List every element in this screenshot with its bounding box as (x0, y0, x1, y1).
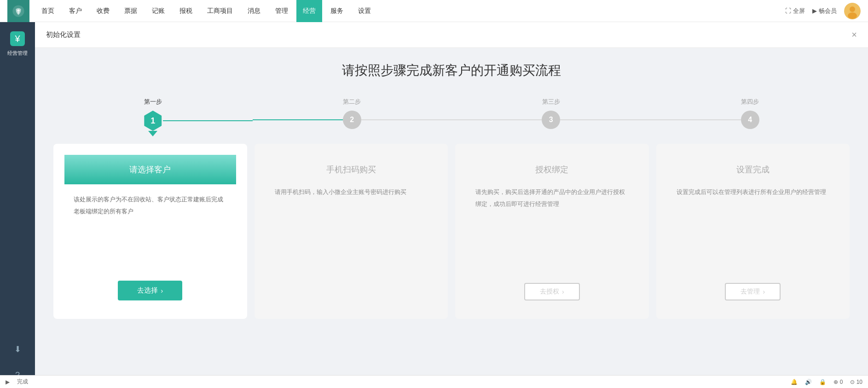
step-2-wrapper: 第二步 2 (253, 98, 452, 129)
nav-account[interactable]: 记账 (145, 0, 171, 22)
card-3-body: 请先购买，购买后选择开通的产品中的企业用户进行授权绑定，成功后即可进行经营管理 (466, 182, 638, 276)
card-3-footer: 去授权 › (466, 276, 638, 308)
page-header: 初始化设置 × (35, 22, 868, 48)
user-avatar[interactable] (844, 3, 861, 19)
step-1-circle: 1 (143, 111, 163, 131)
card-4-header: 设置完成 (667, 155, 839, 182)
status-label: 完成 (17, 378, 28, 386)
card-3-btn-arrow: › (562, 288, 564, 295)
vip-btn[interactable]: ▶ 畅会员 (812, 7, 837, 15)
card-4-btn[interactable]: 去管理 › (725, 283, 781, 300)
step-4-circle: 4 (741, 111, 759, 129)
download-icon: ⬇ (10, 342, 25, 357)
step-3-circle-row: 3 (451, 111, 651, 129)
card-1-btn-arrow: › (161, 287, 163, 294)
vip-label: 畅会员 (819, 7, 837, 15)
card-4-title: 设置完成 (736, 165, 770, 174)
nav-home[interactable]: 首页 (35, 0, 61, 22)
operation-icon: ¥ (10, 31, 25, 46)
fullscreen-btn[interactable]: ⛶ 全屏 (785, 7, 805, 15)
card-1-footer: 去选择 › (64, 273, 236, 308)
lock-icon: 🔒 (819, 379, 826, 385)
close-button[interactable]: × (851, 29, 857, 40)
step-1-circle-row: 1 (53, 111, 253, 131)
fullscreen-icon: ⛶ (785, 7, 791, 14)
content-area: 请按照步骤完成新客户的开通购买流程 第一步 1 (35, 48, 868, 333)
step-1-pointer (148, 131, 157, 136)
count-10: ⊙ 10 (850, 379, 862, 385)
card-3-title: 授权绑定 (535, 165, 568, 174)
card-2-title: 手机扫码购买 (326, 165, 376, 174)
logo (7, 0, 29, 22)
card-2-header: 手机扫码购买 (266, 155, 437, 182)
card-4-btn-label: 去管理 (741, 288, 760, 296)
status-bar-right: 🔔 🔊 🔒 ⊕ 0 ⊙ 10 (791, 379, 862, 385)
nav-tax[interactable]: 报税 (173, 0, 199, 22)
main-title: 请按照步骤完成新客户的开通购买流程 (53, 62, 850, 79)
step-3-wrapper: 第三步 3 (451, 98, 651, 129)
count-0: ⊕ 0 (833, 379, 843, 385)
card-4-body: 设置完成后可以在管理列表进行所有企业用户的经营管理 (667, 182, 839, 276)
step-2-circle: 2 (343, 111, 361, 129)
nav-settings[interactable]: 设置 (352, 0, 377, 22)
card-3-header: 授权绑定 (466, 155, 638, 182)
nav-bill[interactable]: 票据 (118, 0, 144, 22)
play-icon: ▶ (812, 7, 817, 14)
volume-icon: 🔊 (805, 379, 812, 385)
sidebar-download[interactable]: ⬇ (10, 336, 25, 362)
card-1-header: 请选择客户 (64, 155, 236, 184)
step-4-wrapper: 第四步 4 (651, 98, 850, 129)
nav-right: ⛶ 全屏 ▶ 畅会员 (785, 3, 861, 19)
step-3-label: 第三步 (542, 98, 560, 106)
step-1-wrapper: 第一步 1 (53, 98, 253, 136)
card-4-btn-arrow: › (763, 288, 765, 295)
fullscreen-label: 全屏 (793, 7, 805, 15)
card-2: 手机扫码购买 请用手机扫码，输入小微企业主账号密码进行购买 (255, 144, 448, 319)
card-3: 授权绑定 请先购买，购买后选择开通的产品中的企业用户进行授权绑定，成功后即可进行… (455, 144, 649, 319)
card-1-btn[interactable]: 去选择 › (118, 281, 182, 300)
nav-message[interactable]: 消息 (241, 0, 267, 22)
sidebar: ¥ 经营管理 ⬇ ? (0, 22, 35, 388)
main-layout: ¥ 经营管理 ⬇ ? 初始化设置 × 请按照步骤完成新客户的开通购买流程 (0, 22, 868, 388)
status-bar: ▶ 完成 🔔 🔊 🔒 ⊕ 0 ⊙ 10 (0, 375, 868, 388)
sidebar-item-label: 经营管理 (7, 50, 28, 57)
card-1: 请选择客户 该处展示的客户为不在回收站、客户状态正常建账后完成老板端绑定的所有客… (53, 144, 247, 319)
card-1-btn-label: 去选择 (137, 286, 158, 295)
nav-client[interactable]: 客户 (63, 0, 88, 22)
steps-row: 第一步 1 第二步 (53, 98, 850, 136)
card-4-footer: 去管理 › (667, 276, 839, 308)
nav-service[interactable]: 服务 (324, 0, 350, 22)
step-4-label: 第四步 (741, 98, 759, 106)
svg-point-3 (850, 6, 855, 12)
step-2-circle-row: 2 (253, 111, 452, 129)
step-3-circle: 3 (542, 111, 560, 129)
nav-business[interactable]: 工商项目 (201, 0, 239, 22)
card-2-body: 请用手机扫码，输入小微企业主账号密码进行购买 (266, 182, 437, 308)
nav-manage[interactable]: 管理 (269, 0, 295, 22)
card-3-btn-label: 去授权 (540, 288, 559, 296)
card-3-btn[interactable]: 去授权 › (524, 283, 580, 300)
page-title: 初始化设置 (46, 30, 81, 39)
bell-icon: 🔔 (791, 379, 798, 385)
step-1-label: 第一步 (144, 98, 162, 106)
nav-fee[interactable]: 收费 (90, 0, 116, 22)
svg-point-4 (848, 12, 857, 19)
nav-operation[interactable]: 经营 (296, 0, 322, 22)
step-2-label: 第二步 (343, 98, 361, 106)
play-btn[interactable]: ▶ (6, 379, 10, 385)
sidebar-item-operation[interactable]: ¥ 经营管理 (0, 26, 35, 62)
top-nav: 首页 客户 收费 票据 记账 报税 工商项目 消息 管理 经营 服务 设置 ⛶ … (0, 0, 868, 22)
card-1-title: 请选择客户 (129, 165, 171, 174)
cards-row: 请选择客户 该处展示的客户为不在回收站、客户状态正常建账后完成老板端绑定的所有客… (53, 144, 850, 319)
card-1-body: 该处展示的客户为不在回收站、客户状态正常建账后完成老板端绑定的所有客户 (64, 184, 236, 273)
card-4: 设置完成 设置完成后可以在管理列表进行所有企业用户的经营管理 去管理 › (656, 144, 850, 319)
step-4-circle-row: 4 (651, 111, 850, 129)
main-content: 初始化设置 × 请按照步骤完成新客户的开通购买流程 第一步 1 (35, 22, 868, 388)
